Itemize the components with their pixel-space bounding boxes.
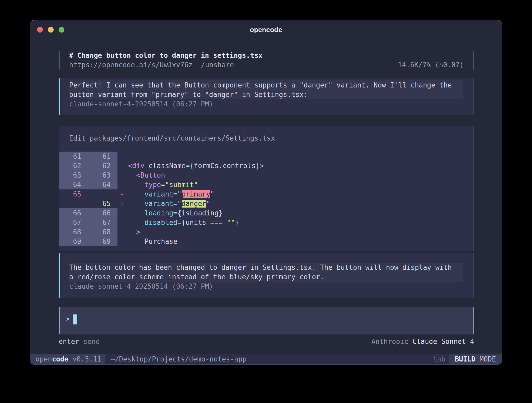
context-stats: 14.6K/7% ($0.07) <box>398 60 464 70</box>
diff-marker <box>117 170 126 180</box>
mode-name: BUILD <box>455 355 475 363</box>
gutter-old-line-number: 64 <box>59 180 88 189</box>
code-token <box>128 171 136 179</box>
session-title: # Change button color to danger in setti… <box>69 51 464 60</box>
assistant-message: Perfect! I can see that the Button compo… <box>59 78 474 115</box>
diff-row: 65- variant="primary" <box>59 189 473 199</box>
code-token <box>128 237 145 245</box>
diff-row: 6464 type="submit" <box>59 180 473 189</box>
diff-table: 61616262<div className={formCs.controls}… <box>59 152 473 246</box>
prompt-chevron-icon: > <box>65 315 70 323</box>
assistant-message: The button color has been changed to dan… <box>59 253 474 298</box>
cwd-path: ~/Desktop/Projects/demo-notes-app <box>111 354 247 364</box>
gutter-old-line-number: 65 <box>59 189 88 199</box>
code-token: " <box>210 190 214 198</box>
code-token: }> <box>255 162 264 170</box>
unshare-action[interactable]: /unshare <box>201 60 234 70</box>
gutter-old-line-number: 68 <box>59 227 88 237</box>
gutter-new-line-number <box>88 189 117 199</box>
gutter-old-line-number: 63 <box>59 170 88 180</box>
desktop: opencode # Change button color to danger… <box>0 0 532 403</box>
code-token <box>223 219 227 226</box>
code-token <box>128 219 145 226</box>
text-cursor <box>73 314 77 324</box>
code-token <box>128 200 145 208</box>
diff-marker: - <box>117 189 126 199</box>
diff-marker: + <box>117 199 126 208</box>
code-token: "" <box>227 219 235 226</box>
code-token: = <box>173 209 177 217</box>
gutter-old-line-number: 67 <box>59 218 88 227</box>
opencode-window: opencode # Change button color to danger… <box>30 20 502 365</box>
code-token: type <box>145 181 161 189</box>
code-token: {units <box>182 219 211 226</box>
model-name: Claude Sonnet 4 <box>412 337 474 346</box>
edit-card-header: Edit packages/frontend/src/containers/Se… <box>59 126 473 143</box>
mode-label: MODE <box>479 355 496 363</box>
message-text: The button color has been changed to dan… <box>69 263 463 282</box>
gutter-new-line-number: 61 <box>88 152 117 161</box>
code-token: " <box>206 200 210 208</box>
diff-row: 6363 <Button <box>59 170 473 180</box>
code-line: variant="primary" <box>126 189 473 199</box>
code-line: <Button <box>126 170 473 180</box>
diff-row: 6969 Purchase <box>59 237 473 246</box>
code-token: {formCs.controls <box>190 162 255 170</box>
gutter-old-line-number <box>59 199 88 208</box>
diff-marker <box>117 161 126 170</box>
diff-row: 6868 > <box>59 227 473 237</box>
model-name <box>408 337 413 346</box>
code-line: variant="danger" <box>126 199 473 208</box>
app-version: v0.3.11 <box>73 355 101 363</box>
code-token: disabled <box>145 219 177 226</box>
code-token: className <box>145 162 186 170</box>
diff-row: 65+ variant="danger" <box>59 199 473 208</box>
diff-marker <box>117 208 126 218</box>
input-right-rule <box>473 307 474 334</box>
code-token: " <box>177 190 182 198</box>
code-token <box>128 181 145 189</box>
app-name-prefix: open <box>35 355 52 363</box>
gutter-old-line-number: 66 <box>59 208 88 218</box>
gutter-old-line-number: 62 <box>59 161 88 170</box>
prompt-input[interactable]: > <box>60 307 473 334</box>
hint-row: enter send Anthropic Claude Sonnet 4 <box>59 337 474 346</box>
share-header: # Change button color to danger in setti… <box>59 51 474 70</box>
code-token: = <box>186 162 190 170</box>
code-token: = <box>173 190 177 198</box>
app-name-suffix: code <box>52 355 69 363</box>
diff-row: 6767 disabled={units === ""} <box>59 218 473 227</box>
app-version <box>68 355 73 363</box>
gutter-new-line-number: 66 <box>88 208 117 218</box>
gutter-new-line-number: 69 <box>88 237 117 246</box>
mode-badge[interactable]: BUILD MODE <box>449 354 502 364</box>
diff-marker <box>117 152 126 161</box>
window-title: opencode <box>30 25 502 34</box>
code-token: <div <box>128 162 145 170</box>
code-line: Purchase <box>126 237 473 246</box>
gutter-new-line-number: 63 <box>88 170 117 180</box>
message-text: Perfect! I can see that the Button compo… <box>69 80 463 99</box>
code-token: variant <box>145 200 173 208</box>
code-token: = <box>161 181 165 189</box>
code-token <box>128 190 145 198</box>
message-meta: claude-sonnet-4-20250514 (06:27 PM) <box>69 282 464 291</box>
code-token: Purchase <box>145 237 177 245</box>
gutter-old-line-number: 69 <box>59 237 88 246</box>
edit-tool-card: Edit packages/frontend/src/containers/Se… <box>59 126 474 251</box>
code-token: } <box>235 219 239 226</box>
code-line <box>126 152 473 161</box>
code-token: danger <box>182 200 206 208</box>
tab-key-hint: tab <box>433 354 445 364</box>
share-header-left-rule <box>59 51 60 70</box>
diff-marker <box>117 227 126 237</box>
code-line: type="submit" <box>126 180 473 189</box>
code-line: <div className={formCs.controls}> <box>126 161 473 170</box>
code-token: "submit" <box>165 181 198 189</box>
gutter-old-line-number: 61 <box>59 152 88 161</box>
gutter-new-line-number: 62 <box>88 161 117 170</box>
prompt-input-wrap: > <box>59 307 474 334</box>
title-bar: opencode <box>30 20 502 39</box>
code-token: = <box>173 200 177 208</box>
share-header-right-rule <box>473 51 474 70</box>
